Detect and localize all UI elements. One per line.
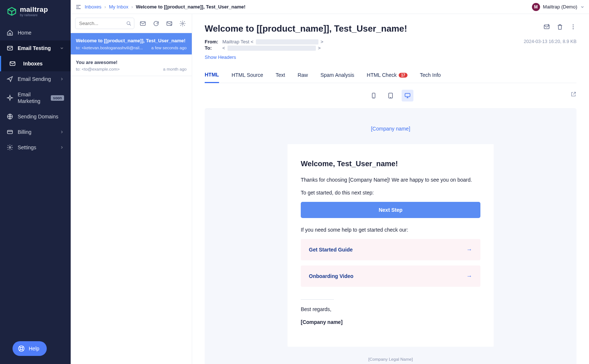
tab-html[interactable]: HTML <box>205 68 219 83</box>
delete-button[interactable] <box>557 24 563 30</box>
brand-sub: by railsware <box>20 14 48 17</box>
message-subject: You are awesome! <box>76 59 187 66</box>
email-body-card: Welcome, Test_User_name! Thanks for choo… <box>288 144 494 347</box>
lifebuoy-icon <box>18 345 25 352</box>
forward-button[interactable] <box>543 24 550 30</box>
menu-toggle-icon[interactable] <box>75 4 82 10</box>
envelope-x-icon <box>166 20 173 27</box>
nav-sending-domains[interactable]: Sending Domains <box>0 109 71 124</box>
more-button[interactable] <box>570 24 576 30</box>
device-desktop[interactable] <box>402 90 413 101</box>
preview-link-guide[interactable]: Get Started Guide → <box>301 239 480 260</box>
search-icon <box>126 21 131 26</box>
open-external-button[interactable] <box>571 91 576 97</box>
html-check-badge: 17 <box>399 73 407 78</box>
arrow-right-icon: → <box>466 273 472 279</box>
tablet-icon <box>387 92 394 99</box>
to-address-redacted <box>228 46 316 51</box>
nav-settings-label: Settings <box>18 144 36 150</box>
mark-read-button[interactable] <box>138 19 148 28</box>
device-tablet[interactable] <box>385 90 396 101</box>
account-name[interactable]: Mailtrap (Demo) <box>543 4 577 10</box>
nav-email-sending[interactable]: Email Sending <box>0 71 71 87</box>
breadcrumb: Inboxes › My Inbox › Welcome to [[produc… <box>85 4 246 10</box>
refresh-button[interactable] <box>151 19 161 28</box>
to-open: < <box>222 45 225 51</box>
preview-link-video[interactable]: Onboarding Video → <box>301 265 480 287</box>
nav-home[interactable]: Home <box>0 25 71 40</box>
email-detail-panel: Welcome to [[product_name]], Test_User_n… <box>192 14 589 364</box>
svg-point-4 <box>9 147 11 149</box>
device-mobile[interactable] <box>368 90 380 101</box>
message-to: to: <to@example.com> <box>76 67 160 71</box>
email-title: Welcome to [[product_name]], Test_User_n… <box>205 24 407 34</box>
gear-icon <box>179 20 186 27</box>
inbox-settings-button[interactable] <box>178 19 187 28</box>
clear-inbox-button[interactable] <box>165 19 174 28</box>
tab-html-check[interactable]: HTML Check 17 <box>367 68 407 83</box>
preview-p2: To get started, do this next step: <box>301 189 480 197</box>
preview-regards: Best regards, <box>301 306 480 313</box>
message-time: a month ago <box>163 67 187 71</box>
envelope-icon <box>140 20 146 27</box>
list-toolbar <box>71 14 192 33</box>
message-item[interactable]: Welcome to [[product_name]], Test_User_n… <box>71 33 192 55</box>
preview-p3: If you need some help to get started che… <box>301 226 480 234</box>
preview-cta-button[interactable]: Next Step <box>301 202 480 218</box>
nav-home-label: Home <box>18 30 31 36</box>
message-to: to: <ketevan.bostoganashvili@rail... <box>76 46 148 50</box>
trash-icon <box>557 24 563 30</box>
sidebar: mailtrap by railsware Home Email Testing… <box>0 0 71 364</box>
crumb-myinbox[interactable]: My Inbox <box>109 4 128 10</box>
chevron-right-icon <box>60 77 64 81</box>
preview-footer: [Company Legal Name] [Company Physical A… <box>205 356 576 364</box>
logo[interactable]: mailtrap by railsware <box>0 0 71 25</box>
envelope-arrow-icon <box>543 24 550 30</box>
message-time: a few seconds ago <box>151 46 187 50</box>
to-label: To: <box>205 45 220 51</box>
tab-html-source[interactable]: HTML Source <box>232 68 263 83</box>
tab-spam[interactable]: Spam Analysis <box>320 68 354 83</box>
nav-email-testing[interactable]: Email Testing <box>0 40 71 56</box>
topbar: Inboxes › My Inbox › Welcome to [[produc… <box>71 0 589 14</box>
crumb-inboxes[interactable]: Inboxes <box>85 4 102 10</box>
svg-point-10 <box>182 22 184 24</box>
preview-footer-address: [Company Physical Address] <box>205 363 576 364</box>
preview-link-guide-label: Get Started Guide <box>309 247 353 253</box>
nav-inboxes[interactable]: Inboxes <box>0 56 71 71</box>
nav-billing[interactable]: Billing <box>0 124 71 140</box>
nav-email-sending-label: Email Sending <box>18 76 51 82</box>
nav-settings[interactable]: Settings <box>0 140 71 155</box>
nav-email-testing-label: Email Testing <box>18 45 51 51</box>
brand-name: mailtrap <box>20 6 48 13</box>
nav-email-marketing[interactable]: Email Marketing soon <box>0 87 71 109</box>
message-item[interactable]: You are awesome! to: <to@example.com> a … <box>71 55 192 76</box>
email-preview: [Company name] Welcome, Test_User_name! … <box>205 108 576 364</box>
tab-text[interactable]: Text <box>276 68 285 83</box>
svg-point-6 <box>20 347 23 350</box>
refresh-icon <box>153 20 159 27</box>
svg-point-7 <box>127 21 130 24</box>
help-button[interactable]: Help <box>13 341 47 356</box>
mobile-icon <box>370 92 377 99</box>
sparkle-icon <box>7 94 13 101</box>
tab-tech-info[interactable]: Tech Info <box>420 68 441 83</box>
message-list: Welcome to [[product_name]], Test_User_n… <box>71 33 192 364</box>
preview-company-header[interactable]: [Company name] <box>205 126 576 132</box>
chevron-right-icon <box>60 145 64 150</box>
arrow-right-icon: → <box>466 246 472 253</box>
crumb-sep: › <box>105 4 106 10</box>
svg-point-13 <box>573 26 574 28</box>
chevron-down-icon[interactable] <box>580 5 585 9</box>
search-input[interactable] <box>75 18 134 29</box>
svg-point-12 <box>573 24 574 25</box>
tab-raw[interactable]: Raw <box>297 68 308 83</box>
avatar[interactable]: M <box>532 3 540 11</box>
inbox-icon <box>9 60 16 67</box>
tab-html-check-label: HTML Check <box>367 72 396 78</box>
mailtrap-logo-icon <box>7 7 17 16</box>
desktop-icon <box>404 92 411 99</box>
send-icon <box>7 76 13 82</box>
signature-separator <box>301 299 334 300</box>
show-headers-link[interactable]: Show Headers <box>205 54 236 60</box>
